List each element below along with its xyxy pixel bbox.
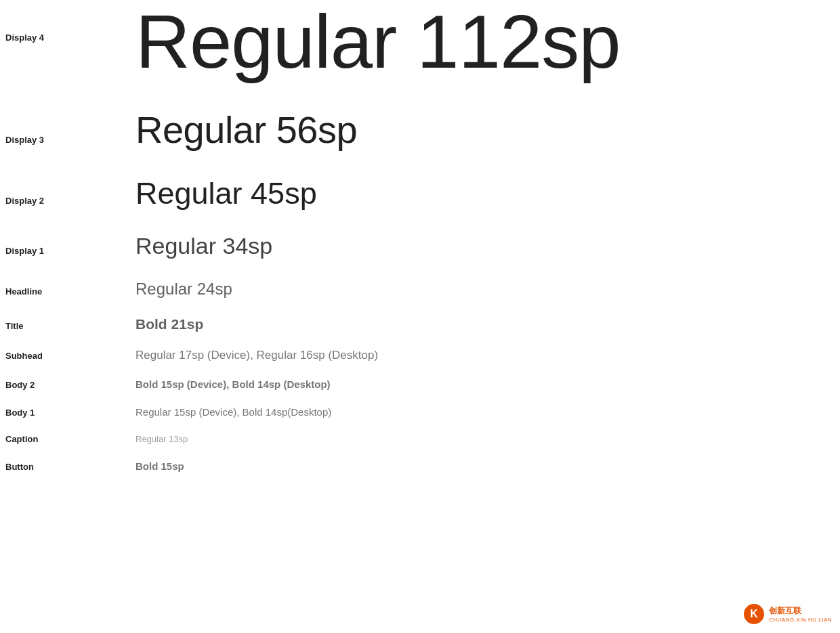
label-display2: Display 2 <box>0 196 135 206</box>
label-title: Title <box>0 321 135 331</box>
type-row-display4: Display 4 Regular 112sp <box>0 0 840 94</box>
label-display3: Display 3 <box>0 135 135 145</box>
type-row-display2: Display 2 Regular 45sp <box>0 165 840 222</box>
sample-display1: Regular 34sp <box>135 233 840 259</box>
sample-title: Bold 21sp <box>135 316 840 332</box>
type-row-display3: Display 3 Regular 56sp <box>0 94 840 165</box>
type-row-display1: Display 1 Regular 34sp <box>0 222 840 270</box>
type-row-title: Title Bold 21sp <box>0 308 840 341</box>
label-body2: Body 2 <box>0 380 135 390</box>
sample-button: Bold 15sp <box>135 460 840 472</box>
label-headline: Headline <box>0 286 135 297</box>
label-subhead: Subhead <box>0 351 135 361</box>
sample-caption: Regular 13sp <box>135 434 840 444</box>
label-display4: Display 4 <box>0 0 135 43</box>
sample-display3: Regular 56sp <box>135 108 840 152</box>
type-row-headline: Headline Regular 24sp <box>0 270 840 308</box>
type-row-subhead: Subhead Regular 17sp (Device), Regular 1… <box>0 341 840 370</box>
type-row-body2: Body 2 Bold 15sp (Device), Bold 14sp (De… <box>0 370 840 398</box>
sample-body2: Bold 15sp (Device), Bold 14sp (Desktop) <box>135 378 840 390</box>
label-display1: Display 1 <box>0 246 135 256</box>
sample-display2: Regular 45sp <box>135 176 840 211</box>
sample-subhead: Regular 17sp (Device), Regular 16sp (Des… <box>135 349 840 362</box>
type-row-body1: Body 1 Regular 15sp (Device), Bold 14sp(… <box>0 398 840 426</box>
type-row-caption: Caption Regular 13sp <box>0 426 840 452</box>
label-caption: Caption <box>0 434 135 444</box>
svg-text:K: K <box>750 608 758 619</box>
sample-body1: Regular 15sp (Device), Bold 14sp(Desktop… <box>135 406 840 418</box>
watermark-text: 创新互联 CHUANG XIN HU LIAN <box>769 605 832 623</box>
watermark-icon: K <box>743 603 765 625</box>
watermark: K 创新互联 CHUANG XIN HU LIAN <box>743 603 832 625</box>
sample-headline: Regular 24sp <box>135 280 840 299</box>
type-row-button: Button Bold 15sp <box>0 452 840 480</box>
label-body1: Body 1 <box>0 408 135 418</box>
label-button: Button <box>0 462 135 472</box>
sample-display4: Regular 112sp <box>135 0 840 83</box>
typescale-container: Display 4 Regular 112sp Display 3 Regula… <box>0 0 840 494</box>
